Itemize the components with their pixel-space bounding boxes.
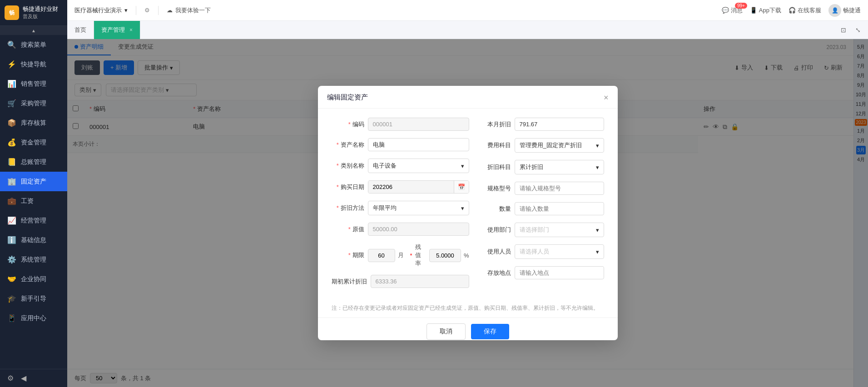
user-person-select[interactable]: 请选择人员 ▾ bbox=[515, 244, 604, 259]
modal-close-icon[interactable]: × bbox=[604, 94, 609, 102]
monthly-dep-input[interactable] bbox=[515, 118, 604, 131]
original-value-input[interactable] bbox=[368, 223, 469, 236]
department-select[interactable]: 请选择部门 ▾ bbox=[515, 223, 604, 237]
buy-date-input[interactable] bbox=[368, 181, 454, 193]
experience-btn[interactable]: ☁ 我要体验一下 bbox=[167, 6, 211, 15]
form-row-user-person: 使用人员 请选择人员 ▾ bbox=[478, 244, 604, 259]
spec-model-input[interactable] bbox=[515, 182, 604, 195]
calendar-icon[interactable]: 📅 bbox=[454, 181, 469, 193]
app-center-icon: 📱 bbox=[7, 314, 16, 322]
settings-btn[interactable]: ⚙ bbox=[144, 7, 150, 14]
form-row-period: 期限 月 * 残值率 % bbox=[332, 243, 469, 268]
expense-subject-select[interactable]: 管理费用_固定资产折旧 ▾ bbox=[515, 138, 604, 153]
residual-rate-unit: % bbox=[464, 252, 469, 259]
dep-subject-value: 累计折旧 bbox=[520, 163, 543, 171]
modal-note: 注：已经存在变更记录或者对应固定资产已经生成凭证，原值、购买日期、残值率、累计折… bbox=[318, 304, 618, 318]
tab-restore-icon[interactable]: ⊡ bbox=[837, 24, 850, 36]
form-row-dep-method: 折旧方法 年限平均 ▾ bbox=[332, 201, 469, 215]
project-selector[interactable]: 医疗器械行业演示 ▾ bbox=[74, 6, 128, 15]
period-unit: 月 bbox=[398, 251, 404, 259]
collapse-sidebar-icon[interactable]: ◀ bbox=[21, 374, 26, 382]
dep-method-value: 年限平均 bbox=[373, 204, 397, 212]
sidebar: 畅 畅捷通好业财 普及版 ▲ 🔍 搜索菜单 ⚡ 快捷导航 📊 销售管理 🛒 采购… bbox=[0, 0, 67, 387]
logo-icon: 畅 bbox=[5, 5, 19, 20]
project-name: 医疗器械行业演示 bbox=[74, 6, 122, 15]
buy-date-label: 购买日期 bbox=[332, 183, 364, 191]
category-label: 类别名称 bbox=[332, 162, 364, 170]
sidebar-scroll-up[interactable]: ▲ bbox=[0, 26, 67, 35]
tab-asset-mgmt[interactable]: 资产管理 × bbox=[94, 21, 140, 39]
message-btn[interactable]: 💬 消息 99+ bbox=[722, 6, 743, 15]
sidebar-item-wage[interactable]: 💼 工资 bbox=[0, 191, 67, 211]
sidebar-item-operation[interactable]: 📈 经营管理 bbox=[0, 211, 67, 230]
tabbar: 首页 资产管理 × ⊡ ⤡ bbox=[67, 21, 868, 39]
save-button[interactable]: 保存 bbox=[471, 324, 509, 339]
basic-info-icon: ℹ️ bbox=[7, 236, 16, 244]
guide-icon: 🎓 bbox=[7, 294, 16, 303]
sidebar-bottom: ⚙ ◀ bbox=[0, 369, 67, 387]
quantity-input[interactable] bbox=[515, 202, 604, 215]
period-label: 期限 bbox=[332, 251, 364, 259]
sidebar-item-purchase[interactable]: 🛒 采购管理 bbox=[0, 94, 67, 113]
sidebar-item-quicknav[interactable]: ⚡ 快捷导航 bbox=[0, 55, 67, 74]
fixed-assets-icon: 🏢 bbox=[7, 177, 16, 186]
form-row-name: 资产名称 bbox=[332, 138, 469, 151]
period-input[interactable] bbox=[368, 249, 395, 262]
form-row-expense-subject: 费用科目 管理费用_固定资产折旧 ▾ bbox=[478, 138, 604, 153]
name-input[interactable] bbox=[368, 138, 469, 151]
sidebar-item-guide[interactable]: 🎓 新手引导 bbox=[0, 289, 67, 308]
app-download-btn[interactable]: 📱 App下载 bbox=[750, 6, 781, 15]
service-icon: 🎧 bbox=[789, 7, 796, 14]
sidebar-item-app-center[interactable]: 📱 应用中心 bbox=[0, 308, 67, 328]
operation-icon: 📈 bbox=[7, 216, 16, 225]
modal-body: 编码 资产名称 类别名称 电子设备 bbox=[318, 109, 618, 304]
category-value: 电子设备 bbox=[373, 162, 397, 170]
avatar: 👤 bbox=[828, 4, 841, 17]
category-select[interactable]: 电子设备 ▾ bbox=[368, 159, 469, 173]
residual-rate-input[interactable] bbox=[429, 249, 461, 262]
tab-asset-mgmt-label: 资产管理 bbox=[101, 26, 125, 34]
modal-overlay: 编辑固定资产 × 编码 资产名称 bbox=[67, 39, 868, 387]
form-row-location: 存放地点 bbox=[478, 266, 604, 279]
cancel-button[interactable]: 取消 bbox=[427, 323, 466, 340]
sidebar-item-ledger[interactable]: 📒 总账管理 bbox=[0, 152, 67, 172]
monthly-dep-label: 本月折旧 bbox=[478, 120, 511, 129]
modal-right-col: 本月折旧 费用科目 管理费用_固定资产折旧 ▾ bbox=[474, 118, 609, 295]
user-person-dropdown-icon: ▾ bbox=[596, 248, 599, 255]
sidebar-item-corp[interactable]: 🤝 企业协同 bbox=[0, 269, 67, 289]
sidebar-item-basic-info[interactable]: ℹ️ 基础信息 bbox=[0, 230, 67, 250]
sidebar-item-fixed-assets[interactable]: 🏢 固定资产 bbox=[0, 172, 67, 191]
form-row-buy-date: 购买日期 📅 bbox=[332, 180, 469, 194]
dep-method-select[interactable]: 年限平均 ▾ bbox=[368, 201, 469, 215]
tab-close-icon[interactable]: × bbox=[129, 27, 133, 33]
message-icon: 💬 bbox=[722, 7, 729, 14]
sidebar-item-capital[interactable]: 💰 资金管理 bbox=[0, 133, 67, 152]
tab-expand-icon[interactable]: ⤡ bbox=[852, 24, 864, 36]
settings-icon[interactable]: ⚙ bbox=[7, 374, 14, 382]
form-row-code: 编码 bbox=[332, 118, 469, 131]
wage-icon: 💼 bbox=[7, 197, 16, 205]
tab-home[interactable]: 首页 bbox=[67, 21, 94, 39]
content-area: 资产明细 变更生成凭证 2023.03 刘账 + 新增 批量操作 ▾ ⬇ bbox=[67, 39, 868, 387]
user-person-label: 使用人员 bbox=[478, 248, 511, 256]
modal-header: 编辑固定资产 × bbox=[318, 86, 618, 109]
project-dropdown-icon: ▾ bbox=[124, 7, 128, 14]
service-btn[interactable]: 🎧 在线客服 bbox=[789, 6, 821, 15]
init-dep-input[interactable] bbox=[371, 275, 469, 288]
spec-model-label: 规格型号 bbox=[478, 184, 511, 193]
sidebar-item-inventory[interactable]: 📦 库存核算 bbox=[0, 113, 67, 133]
user-avatar-btn[interactable]: 👤 畅捷通 bbox=[828, 4, 861, 17]
modal-left-col: 编码 资产名称 类别名称 电子设备 bbox=[327, 118, 474, 295]
location-input[interactable] bbox=[515, 266, 604, 279]
modal-title: 编辑固定资产 bbox=[327, 93, 368, 102]
sidebar-item-sales[interactable]: 📊 销售管理 bbox=[0, 74, 67, 94]
dep-subject-select[interactable]: 累计折旧 ▾ bbox=[515, 160, 604, 174]
sidebar-logo: 畅 畅捷通好业财 普及版 bbox=[0, 0, 67, 26]
sidebar-item-system[interactable]: ⚙️ 系统管理 bbox=[0, 250, 67, 269]
quantity-label: 数量 bbox=[478, 205, 511, 213]
tab-home-label: 首页 bbox=[74, 26, 86, 34]
residual-rate-label: 残值率 bbox=[415, 243, 427, 268]
sidebar-item-search[interactable]: 🔍 搜索菜单 bbox=[0, 35, 67, 55]
code-input[interactable] bbox=[368, 118, 469, 131]
residual-label-asterisk: * bbox=[410, 252, 412, 259]
